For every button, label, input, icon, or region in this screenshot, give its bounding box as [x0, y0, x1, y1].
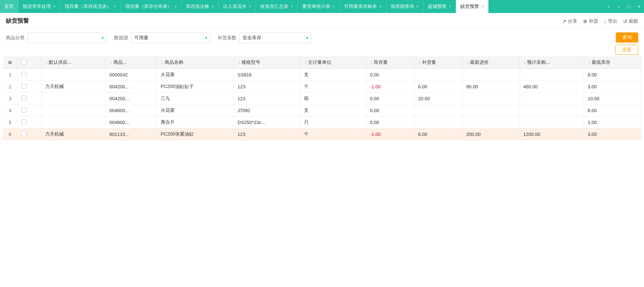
tab-close-icon[interactable]: × — [291, 4, 293, 9]
page-title: 缺货预警 — [6, 17, 29, 25]
cell-supplier — [41, 116, 105, 128]
cell-replenish: 6.00 — [414, 128, 462, 140]
settings-button[interactable]: 设置 — [615, 45, 638, 55]
cell-goods-code: 004200... — [105, 81, 157, 93]
col-unit[interactable]: ↕ 主计量单位 — [300, 56, 366, 69]
tab-label: 缺货预警 — [460, 3, 479, 10]
tab-expiry[interactable]: 保质期查询× — [386, 0, 423, 13]
tab-restore-btn[interactable]: □ — [624, 0, 634, 13]
col-goods-name[interactable]: ↕ 商品名称 — [157, 56, 234, 69]
datasource-arrow-icon: ▾ — [205, 35, 207, 40]
cell-spec: J7092 — [234, 105, 300, 116]
replenish-label: 补货 — [589, 18, 598, 25]
cell-unit: 个 — [300, 128, 366, 140]
tab-close-icon[interactable]: × — [481, 4, 484, 9]
col-supplier[interactable]: ↕ 默认供应... — [41, 56, 105, 69]
col-latest-price[interactable]: ↕ 最新进价 — [462, 56, 519, 69]
tab-stock-dist[interactable]: 现存量（库存分布表）× — [121, 0, 182, 13]
table-row: 2 力天机械 004200... PC200油缸缸子 123 个 -1.00 6… — [3, 81, 641, 93]
cell-goods-name: 三九 — [157, 93, 234, 105]
category-arrow-icon: ▾ — [101, 35, 104, 40]
tab-next-btn[interactable]: › — [614, 0, 624, 13]
table-row: 4 004600... 火花塞 J7092 支 0.00 8.00 — [3, 105, 641, 116]
refresh-label: 刷新 — [629, 18, 638, 25]
col-goods-code[interactable]: ↕ 商品... — [105, 56, 157, 69]
cell-supplier — [41, 69, 105, 81]
cell-checkbox[interactable] — [17, 128, 41, 140]
cell-checkbox[interactable] — [17, 105, 41, 116]
cell-replenish — [414, 116, 462, 128]
tab-close-icon[interactable]: × — [114, 4, 116, 9]
cell-goods-name: 离合片 — [157, 116, 234, 128]
replenish-base-select[interactable]: 安全库存 ▾ — [239, 32, 312, 43]
tab-stock-status[interactable]: 现存量（库存状况表）× — [60, 0, 121, 13]
cell-min-stock: 1.00 — [584, 116, 641, 128]
tab-available[interactable]: 可用量库存账本× — [340, 0, 386, 13]
tab-abnormal[interactable]: 拣货异常处理× — [18, 0, 60, 13]
col-replenish[interactable]: ↕ 补货量 — [414, 56, 462, 69]
share-button[interactable]: ↗ 分享 — [562, 18, 577, 25]
replenish-base-arrow-icon: ▾ — [306, 35, 308, 40]
tab-batch[interactable]: 库存批次账× — [182, 0, 219, 13]
tab-label: 库存批次账 — [186, 3, 209, 10]
col-est-purchase[interactable]: ↕ 预计采购... — [519, 56, 584, 69]
col-spec[interactable]: ↕ 规格型号 — [234, 56, 300, 69]
tab-close-icon[interactable]: × — [332, 4, 335, 9]
tab-close-icon[interactable]: × — [53, 4, 56, 9]
query-button[interactable]: 查询 — [616, 32, 638, 43]
cell-checkbox[interactable] — [17, 116, 41, 128]
tab-prev-btn[interactable]: ‹ — [604, 0, 614, 13]
col-checkbox-header[interactable] — [17, 56, 41, 69]
datasource-filter-group: 数据源 可用量 ▾ — [114, 32, 210, 43]
tab-overstock[interactable]: 超储预警× — [423, 0, 456, 13]
export-button[interactable]: ↓ 导出 — [604, 18, 617, 25]
cell-checkbox[interactable] — [17, 93, 41, 105]
refresh-button[interactable]: ↺ 刷新 — [623, 18, 638, 25]
cell-checkbox[interactable] — [17, 69, 41, 81]
tab-collect[interactable]: 收发存汇总表× — [256, 0, 298, 13]
tab-home[interactable]: 首页 — [0, 0, 18, 13]
cell-goods-name: 火花塞 — [157, 69, 234, 81]
cell-unit: 支 — [300, 69, 366, 81]
col-gear[interactable]: ⚙ — [3, 56, 17, 69]
cell-min-stock: 8.00 — [584, 105, 641, 116]
cell-checkbox[interactable] — [17, 81, 41, 93]
export-icon: ↓ — [604, 18, 606, 24]
cell-min-stock: 8.00 — [584, 69, 641, 81]
cell-row-num: 1 — [3, 69, 17, 81]
cell-replenish: 6.00 — [414, 81, 462, 93]
tab-close-icon[interactable]: × — [174, 4, 177, 9]
cell-est-purchase — [519, 93, 584, 105]
tab-shortage[interactable]: 缺货预警× — [456, 0, 488, 13]
cell-row-num: 5 — [3, 116, 17, 128]
replenish-button[interactable]: ⊕ 补货 — [583, 18, 598, 25]
tab-close-icon[interactable]: × — [212, 4, 214, 9]
tab-order-stat[interactable]: 要货单统计表× — [298, 0, 340, 13]
page-container: 缺货预警 ↗ 分享 ⊕ 补货 ↓ 导出 ↺ 刷新 商品分 — [0, 13, 644, 287]
cell-goods-name: PC200油缸缸子 — [157, 81, 234, 93]
datasource-value: 可用量 — [134, 35, 205, 41]
cell-est-purchase — [519, 116, 584, 128]
category-select[interactable]: ▾ — [27, 32, 107, 43]
tab-label: 要货单统计表 — [302, 3, 330, 10]
replenish-base-value: 安全库存 — [243, 35, 306, 41]
tab-close-icon[interactable]: × — [449, 4, 451, 9]
tab-label: 首页 — [4, 3, 14, 10]
cell-latest-price: 200.00 — [462, 128, 519, 140]
tab-close-icon[interactable]: × — [416, 4, 419, 9]
col-min-stock[interactable]: ↕ 最低库存 — [584, 56, 641, 69]
datasource-select[interactable]: 可用量 ▾ — [131, 32, 210, 43]
cell-latest-price — [462, 105, 519, 116]
replenish-base-label: 补货基数 — [218, 35, 236, 41]
tab-close-btn[interactable]: × — [634, 0, 644, 13]
tab-close-icon[interactable]: × — [379, 4, 382, 9]
cell-spec: DS250*23c... — [234, 116, 300, 128]
tab-inout-flow[interactable]: 出入库流水× — [219, 0, 256, 13]
table-row: 3 004200... 三九 123 箱 0.00 20.00 10.00 — [3, 93, 641, 105]
col-stock[interactable]: ↕ 库存量 — [366, 56, 414, 69]
header-actions: ↗ 分享 ⊕ 补货 ↓ 导出 ↺ 刷新 — [562, 18, 638, 25]
table-row: 1 0000042 火花塞 SS816 支 0.00 8.00 — [3, 69, 641, 81]
tab-close-icon[interactable]: × — [249, 4, 251, 9]
cell-spec: 123 — [234, 81, 300, 93]
cell-est-purchase — [519, 105, 584, 116]
